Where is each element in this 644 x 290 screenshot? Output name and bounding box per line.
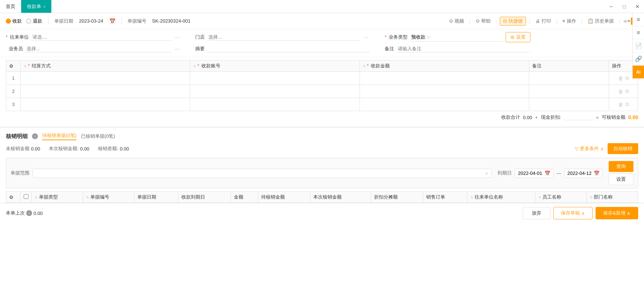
discount-input[interactable] [564,114,593,120]
shortcut-button[interactable]: ⊟ 快捷键 [500,17,526,26]
due-date-label: 到期日 [498,170,512,176]
close-tab-icon[interactable]: × [43,4,46,9]
bth-due-date: 收款到期日 [178,192,231,203]
copy-icon-3[interactable]: ⧉ [625,101,629,107]
amount-cell-1[interactable] [360,72,529,85]
range-select[interactable]: ∨ [32,169,492,178]
verify-tab-pending[interactable]: 待核销单据(0笔) [42,132,76,140]
total-value: 0.00 [523,115,532,120]
abandon-button[interactable]: 放弃 [523,207,550,219]
unverified-value: 0.00 [31,146,40,152]
bth-checkbox[interactable] [21,192,32,203]
amount-cell-3[interactable] [360,98,529,111]
copy-icon-2[interactable]: ⧉ [625,88,629,94]
query-button[interactable]: 查询 [609,161,633,172]
verify-tab-done[interactable]: 已核销单据(0笔) [81,133,115,140]
sidebar-table-icon[interactable]: ≡ [633,13,644,26]
remark-cell-3[interactable] [529,98,609,111]
date-to-input[interactable]: 2022-04-12 📅 [564,169,603,178]
toolbar-right: ⊙ 视频 | ⊙ 帮助 | ⊟ 快捷键 | 🖨 打印 | ≡ 操作 [447,17,638,26]
form-row-1: * 往来单位 ··· 门店 ··· * 业务类型 预 [6,32,638,42]
salesperson-more-button[interactable]: ··· [173,46,181,52]
delete-icon-2[interactable]: 🗑 [618,89,623,94]
video-button[interactable]: ⊙ 视频 [447,17,466,25]
history-button[interactable]: 📋 历史单据 [585,17,616,25]
save-new-button[interactable]: 保存&新增 ∧ [596,207,638,219]
business-type-select[interactable]: 预收款 ∨ [410,33,503,42]
calendar-icon[interactable]: 📅 [109,18,115,24]
save-draft-button[interactable]: 保存草稿 ∧ [553,207,593,219]
auto-verify-button[interactable]: 自动核销 [608,143,638,154]
maximize-button[interactable]: □ [618,0,631,13]
date-from-input[interactable]: 2022-04-01 📅 [515,169,554,178]
verify-title: 核销明细 [6,133,28,140]
action-cell-2: 🗑 ⧉ [609,85,638,98]
help-button[interactable]: ⊙ 帮助 [474,17,493,25]
settlement-cell-1[interactable] [21,72,190,85]
required-star: * [6,34,8,40]
range-label: 单据范围 [11,170,30,176]
date-to-value: 2022-04-12 [568,171,592,176]
amount-cell-2[interactable] [360,85,529,98]
radio-income-dot [6,19,11,24]
business-type-value: 预收款 [411,34,425,40]
sidebar-attachment-icon[interactable]: 🔗 [633,52,644,66]
th-settings[interactable]: ⚙ [6,60,21,72]
help-label: 帮助 [481,18,491,24]
result-value: 0.00 [628,114,638,120]
diff-stat: 核销差额: 0.00 [98,145,129,152]
salesperson-input[interactable] [25,45,171,52]
actions-button[interactable]: ≡ 操作 [560,17,578,25]
verify-table: ⚙ ⇅ 单据类型 ⇅ 单据编号 单据日期 收款到期日 [6,191,638,203]
store-more-button[interactable]: ··· [363,34,370,40]
equals-sign: = [596,115,599,120]
verify-header: 核销明细 i 待核销单据(0笔) 已核销单据(0笔) [6,132,638,140]
sidebar-ai-icon[interactable]: Ai [633,66,644,79]
store-input[interactable] [207,34,361,41]
tab-home[interactable]: 首页 [0,0,21,13]
radio-refund[interactable]: 退款 [26,18,42,24]
footer-info-icon[interactable]: i [26,210,32,216]
last-order-label: 本单上次 [6,210,25,216]
summary-input[interactable] [207,45,370,52]
print-button[interactable]: 🖨 打印 [533,17,553,25]
sidebar-doc-icon[interactable]: 📄 [633,39,644,52]
unverified-label: 未核销金额 [6,145,30,152]
delete-icon-3[interactable]: 🗑 [618,102,623,107]
account-cell-1[interactable] [190,72,360,85]
counterpart-input[interactable] [31,34,172,41]
account-cell-3[interactable] [190,98,360,111]
counterpart-more-button[interactable]: ··· [173,34,181,40]
bth-this-time: 本次核销金额 [310,192,371,203]
table-row: 3 🗑 ⧉ [6,98,638,111]
remark-input[interactable] [396,45,530,52]
history-label: 历史单据 [595,18,614,24]
remark-label: 备注 [385,46,394,52]
copy-icon-1[interactable]: ⧉ [625,75,629,81]
print-icon: 🖨 [535,18,540,24]
close-window-button[interactable]: ✕ [631,0,644,13]
form-section: * 往来单位 ··· 门店 ··· * 业务类型 预 [0,29,644,57]
settlement-cell-2[interactable] [21,85,190,98]
remark-cell-1[interactable] [529,72,609,85]
delete-icon-1[interactable]: 🗑 [618,75,623,81]
chevron-down-icon: ∨ [427,35,430,40]
filter-settings-button[interactable]: 设置 [609,173,633,185]
account-cell-2[interactable] [190,85,360,98]
verify-info-icon[interactable]: i [32,133,38,139]
form-settings-button[interactable]: ⚙ 设置 [506,32,530,42]
minimize-button[interactable]: ─ [605,0,618,13]
sidebar-list-icon[interactable]: ≡ [633,26,644,39]
select-all-checkbox[interactable] [24,194,28,199]
settlement-cell-3[interactable] [21,98,190,111]
diff-value: 0.00 [120,146,129,152]
bth-pending: 待核销金额 [258,192,310,203]
more-conditions-button[interactable]: ▽ 更多条件 ∧ [575,145,604,152]
radio-income[interactable]: 收款 [6,18,22,24]
remark-cell-2[interactable] [529,85,609,98]
toolbar-row: 收款 退款 单据日期 2023-03-24 📅 单据编号 SK-20230324… [0,13,644,29]
range-chevron-down-icon: ∨ [485,171,488,176]
bth-settings[interactable]: ⚙ [6,192,21,203]
row-num-2: 2 [6,85,21,98]
tab-receipt[interactable]: 收款单 × [21,0,51,13]
